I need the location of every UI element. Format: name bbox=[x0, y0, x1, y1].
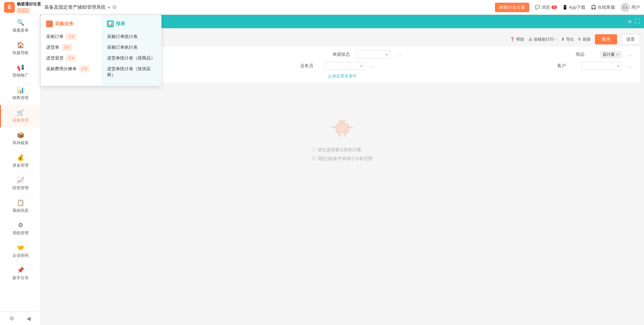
goods-tag: 设计素 ✕ bbox=[600, 51, 622, 58]
print-dropdown-icon[interactable]: ▾ bbox=[555, 37, 557, 42]
app-download-action[interactable]: 📱 App下载 bbox=[562, 4, 585, 10]
sidebar-item-search[interactable]: 🔍 搜索菜单 bbox=[0, 15, 40, 37]
sidebar-item-system[interactable]: ⚙ 系统管理 bbox=[0, 217, 40, 240]
refresh-icon: ↻ bbox=[578, 37, 581, 42]
menu-col-right: 📊 报表 采购订单统计表 采购订单执行表 进货单统计表（按商品） 进货单统计表（… bbox=[102, 15, 161, 86]
svg-rect-6 bbox=[340, 129, 344, 130]
collapse-btn[interactable]: ⋀ 收起更多条件 bbox=[328, 73, 357, 79]
avatar: Ea bbox=[620, 3, 630, 12]
empty-tip-2: 用[过滤]条件来缩小分析范围 bbox=[312, 154, 372, 163]
search-icon: 🔍 bbox=[17, 19, 24, 26]
print-btn[interactable]: 🖨 按模板打印 ▾ bbox=[528, 37, 557, 42]
export-btn[interactable]: ⬆ 导出 bbox=[561, 37, 574, 42]
svg-rect-0 bbox=[335, 123, 349, 133]
sidebar-settings-btn[interactable]: ⚙ bbox=[9, 315, 14, 322]
voucher-status-label: 单据状态 bbox=[332, 51, 353, 57]
customer-ellipsis[interactable]: … bbox=[626, 63, 635, 69]
sidebar: 🔍 搜索菜单 🏠 快捷导航 📢 营销推广 📊 销售管理 🛒 采购管理 📦 库存核… bbox=[0, 15, 40, 325]
voucher-status-select[interactable] bbox=[357, 50, 390, 58]
sidebar-item-quick-nav[interactable]: 🏠 快捷导航 bbox=[0, 37, 40, 60]
menu-item-purchase-expense[interactable]: 采购费用分摊单 历史 bbox=[46, 64, 95, 74]
topbar-actions: 💬 消息 9 📱 App下载 🎧 在线客服 Ea 用户 bbox=[535, 3, 640, 12]
collapse-up-icon: ⋀ bbox=[328, 74, 331, 79]
menu-col-left-title: 🛒 采购业务 bbox=[46, 21, 95, 27]
goods-ellipsis[interactable]: … bbox=[626, 52, 635, 57]
menu-item-purchase-order[interactable]: 采购订单 历史 bbox=[46, 31, 95, 42]
menu-item-purchase-order-stats[interactable]: 采购订单统计表 bbox=[107, 31, 156, 42]
system-title-area: 装备及固定资产辅助管理系统 ▾ ⚙ bbox=[44, 4, 495, 10]
svg-rect-10 bbox=[344, 133, 346, 137]
menu-item-receipt-stats-goods[interactable]: 进货单统计表（按商品） bbox=[107, 53, 156, 64]
message-action[interactable]: 💬 消息 9 bbox=[535, 4, 557, 10]
funds-icon: 💰 bbox=[17, 154, 24, 161]
settings-btn[interactable]: 设置 bbox=[621, 34, 640, 44]
tabbar-controls: ✕ ⛶ bbox=[628, 18, 644, 25]
sidebar-item-guide[interactable]: 📌 新手引导 bbox=[0, 262, 40, 285]
inventory-icon: 📦 bbox=[17, 131, 24, 139]
message-icon: 💬 bbox=[535, 5, 540, 10]
sidebar-bottom: ⚙ ◀ bbox=[0, 312, 40, 325]
customer-label: 客户 bbox=[557, 63, 577, 69]
basic-info-icon: 📋 bbox=[17, 199, 24, 206]
purchase-icon: 🛒 bbox=[17, 109, 24, 116]
query-btn[interactable]: 查询 bbox=[595, 34, 617, 44]
export-icon: ⬆ bbox=[561, 37, 565, 42]
svg-rect-1 bbox=[339, 120, 346, 124]
customer-select-wrapper[interactable] bbox=[581, 62, 622, 70]
logo-text: 畅捷通好生意 标准版 bbox=[17, 1, 41, 13]
sidebar-collapse-btn[interactable]: ◀ bbox=[27, 315, 31, 322]
sidebar-item-purchase[interactable]: 🛒 采购管理 bbox=[0, 105, 40, 127]
menu-item-purchase-order-exec[interactable]: 采购订单执行表 bbox=[107, 42, 156, 53]
sales-rep-select[interactable] bbox=[324, 62, 365, 70]
menu-item-purchase-return[interactable]: 进货退货 历史 bbox=[46, 53, 95, 64]
operations-icon: 📈 bbox=[17, 176, 24, 184]
help-btn[interactable]: ❓ 帮助 bbox=[510, 37, 524, 42]
voucher-status-ellipsis[interactable]: … bbox=[394, 52, 403, 57]
user-action[interactable]: Ea 用户 bbox=[620, 3, 640, 12]
menu-item-receipt-stats-supplier[interactable]: 进货单统计表（按供应商） bbox=[107, 64, 156, 80]
empty-state: 请先选择要分析的方案 用[过滤]条件来缩小分析范围 bbox=[44, 86, 640, 190]
menu-item-purchase-receipt[interactable]: 进货单 历史 bbox=[46, 42, 95, 53]
help-icon: ❓ bbox=[510, 37, 515, 42]
online-service-action[interactable]: 🎧 在线客服 bbox=[591, 4, 615, 10]
voucher-status-select-wrapper[interactable] bbox=[357, 50, 390, 58]
goods-label: 商品 bbox=[576, 51, 596, 57]
sidebar-item-basic-info[interactable]: 📋 基础信息 bbox=[0, 195, 40, 217]
customer-select[interactable] bbox=[581, 62, 622, 70]
tabbar-expand-icon[interactable]: ⛶ bbox=[635, 18, 640, 25]
empty-tips: 请先选择要分析的方案 用[过滤]条件来缩小分析范围 bbox=[312, 146, 372, 163]
empty-tip-1: 请先选择要分析的方案 bbox=[312, 146, 372, 154]
headset-icon: 🎧 bbox=[591, 5, 596, 10]
sales-rep-select-wrapper[interactable] bbox=[324, 62, 365, 70]
tabbar-close-icon[interactable]: ✕ bbox=[628, 18, 632, 25]
sidebar-item-sales[interactable]: 📊 销售管理 bbox=[0, 82, 40, 105]
svg-point-4 bbox=[339, 125, 341, 127]
logo-icon: 6 bbox=[4, 2, 15, 13]
svg-rect-9 bbox=[338, 133, 341, 137]
sales-icon: 📊 bbox=[17, 86, 24, 94]
report-title-icon: 📊 bbox=[107, 21, 114, 27]
print-icon: 🖨 bbox=[528, 37, 532, 42]
sales-rep-ellipsis[interactable]: … bbox=[369, 63, 378, 69]
guide-icon: 📌 bbox=[17, 267, 24, 274]
experience-btn[interactable]: 体验行业方案 bbox=[495, 3, 529, 12]
refresh-btn[interactable]: ↻ 刷新 bbox=[578, 37, 591, 42]
goods-tag-close[interactable]: ✕ bbox=[616, 52, 619, 57]
sidebar-item-funds[interactable]: 💰 资金管理 bbox=[0, 150, 40, 172]
settings-icon[interactable]: ⚙ bbox=[112, 4, 117, 10]
menu-col-right-title: 📊 报表 bbox=[107, 21, 156, 27]
phone-icon: 📱 bbox=[562, 5, 568, 10]
enterprise-icon: 🤝 bbox=[17, 244, 24, 251]
sales-rep-label: 业务员 bbox=[300, 63, 320, 69]
marketing-icon: 📢 bbox=[17, 64, 24, 71]
sidebar-item-inventory[interactable]: 📦 库存核算 bbox=[0, 127, 40, 150]
system-icon: ⚙ bbox=[18, 221, 23, 229]
dropdown-arrow-icon[interactable]: ▾ bbox=[108, 5, 110, 10]
svg-point-5 bbox=[344, 125, 345, 127]
sidebar-item-enterprise[interactable]: 🤝 企业协同 bbox=[0, 240, 40, 262]
purchase-dropdown-menu: 🛒 采购业务 采购订单 历史 进货单 历史 进货退货 历史 采购费用分摊单 历史… bbox=[40, 15, 162, 86]
purchase-title-icon: 🛒 bbox=[46, 21, 53, 27]
sidebar-item-marketing[interactable]: 📢 营销推广 bbox=[0, 60, 40, 82]
logo-area: 6 畅捷通好生意 标准版 bbox=[4, 1, 44, 13]
sidebar-item-operations[interactable]: 📈 经营管理 bbox=[0, 172, 40, 195]
